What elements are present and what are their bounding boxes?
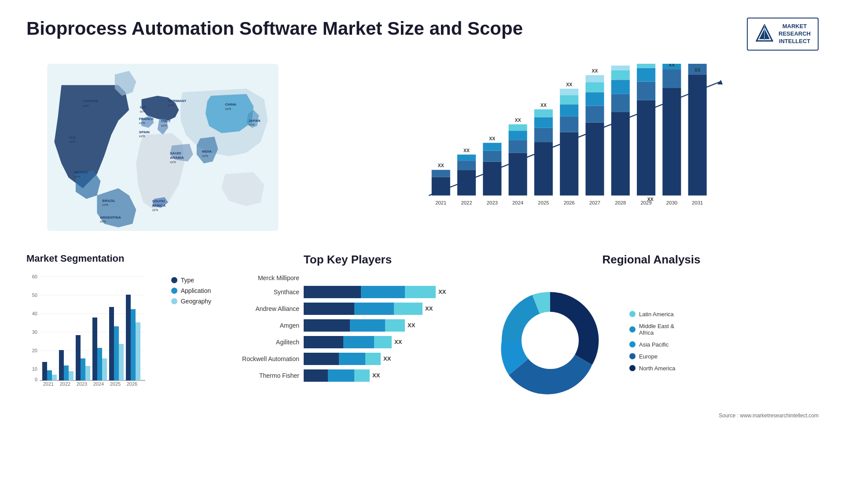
top-row: CANADA xx% U.S. xx% MEXICO xx% BRAZIL xx…: [26, 64, 819, 231]
svg-rect-85: [637, 100, 655, 195]
player-bar: [304, 336, 392, 348]
svg-text:BRAZIL: BRAZIL: [103, 198, 116, 202]
logo-text: MARKET RESEARCH INTELLECT: [779, 23, 811, 45]
svg-text:XX: XX: [438, 162, 444, 168]
svg-rect-79: [611, 94, 630, 111]
player-bar-container: XX: [304, 353, 467, 365]
player-name: Thermo Fisher: [229, 372, 299, 379]
svg-text:2025: 2025: [538, 200, 549, 205]
bar-seg3: [365, 353, 381, 365]
svg-rect-119: [69, 371, 73, 380]
svg-rect-114: [42, 362, 47, 380]
svg-rect-52: [509, 153, 527, 195]
svg-rect-123: [92, 318, 97, 380]
logo: MARKET RESEARCH INTELLECT: [747, 18, 819, 51]
svg-text:xx%: xx%: [152, 208, 158, 212]
svg-rect-64: [560, 132, 578, 195]
svg-rect-60: [534, 117, 553, 128]
players-list: Merck Millipore Synthace XX Andre: [229, 274, 467, 382]
svg-text:XX: XX: [647, 196, 654, 201]
segmentation-title: Market Segmentation: [26, 253, 211, 264]
svg-text:2026: 2026: [564, 200, 575, 205]
svg-text:20: 20: [32, 348, 37, 353]
source-text: Source : www.marketresearchintellect.com: [484, 413, 819, 419]
svg-text:JAPAN: JAPAN: [249, 118, 261, 122]
bar-seg3: [385, 319, 405, 332]
legend-application-dot: [171, 288, 177, 294]
legend-application-label: Application: [181, 287, 211, 294]
regional-title: Regional Analysis: [484, 253, 819, 267]
player-value: XX: [408, 322, 415, 329]
legend-type-label: Type: [181, 277, 194, 284]
map-container: CANADA xx% U.S. xx% MEXICO xx% BRAZIL xx…: [26, 64, 299, 231]
svg-rect-121: [81, 358, 85, 380]
svg-text:xx%: xx%: [168, 103, 174, 107]
logo-icon: [755, 24, 774, 44]
growth-chart-section: 2021 XX 2022 XX 2023 XX 2024: [317, 64, 819, 231]
svg-text:xx%: xx%: [83, 104, 89, 108]
svg-rect-39: [432, 170, 450, 177]
svg-text:SAUDI: SAUDI: [170, 151, 181, 155]
player-bar-container: XX: [304, 303, 467, 315]
svg-text:2023: 2023: [487, 200, 498, 205]
svg-text:XX: XX: [489, 136, 495, 141]
player-value: XX: [394, 339, 402, 345]
svg-rect-88: [637, 64, 655, 68]
regional-legend: Latin America Middle East &Africa Asia P…: [629, 311, 675, 372]
svg-text:xx%: xx%: [161, 124, 167, 128]
svg-rect-55: [509, 124, 527, 131]
svg-text:2021: 2021: [435, 200, 446, 205]
svg-text:2022: 2022: [60, 381, 70, 387]
svg-rect-125: [102, 358, 107, 380]
bar-seg2: [339, 353, 365, 365]
bar-seg1: [304, 369, 328, 382]
player-row: Thermo Fisher XX: [229, 369, 467, 382]
svg-rect-73: [585, 92, 604, 106]
key-players-section: Top Key Players Merck Millipore Synthace…: [229, 253, 467, 419]
svg-text:XX: XX: [515, 117, 521, 123]
svg-text:2023: 2023: [77, 381, 87, 387]
player-name: Amgen: [229, 322, 299, 329]
donut-container: Latin America Middle East &Africa Asia P…: [484, 274, 819, 408]
player-name: Rockwell Automation: [229, 355, 299, 362]
svg-text:2030: 2030: [666, 200, 677, 205]
bar-seg3: [405, 286, 436, 298]
player-bar-container: XX: [304, 319, 467, 332]
legend-north-america-dot: [629, 365, 636, 371]
regional-section: Regional Analysis: [484, 253, 819, 419]
legend-asia: Asia Pacific: [629, 341, 675, 348]
growth-bar-chart: 2021 XX 2022 XX 2023 XX 2024: [317, 64, 819, 231]
svg-text:2022: 2022: [461, 200, 472, 205]
bar-seg1: [304, 303, 354, 315]
svg-rect-74: [585, 82, 604, 92]
player-row: Rockwell Automation XX: [229, 353, 467, 365]
svg-text:AFRICA: AFRICA: [152, 204, 166, 208]
svg-text:xx%: xx%: [225, 107, 231, 111]
svg-rect-38: [432, 177, 450, 195]
legend-application: Application: [171, 287, 211, 294]
svg-text:xx%: xx%: [139, 134, 145, 138]
svg-rect-120: [76, 335, 81, 380]
svg-text:U.K.: U.K.: [140, 105, 147, 109]
donut-svg: [484, 274, 616, 406]
svg-text:xx%: xx%: [139, 121, 145, 125]
svg-rect-78: [611, 112, 630, 195]
svg-rect-116: [52, 375, 57, 380]
player-bar-container: XX: [304, 369, 467, 382]
svg-rect-86: [637, 81, 655, 100]
bottom-row: Market Segmentation 60 50 40 30 20 10 0: [26, 253, 819, 419]
donut-chart: [484, 274, 616, 408]
player-row: Merck Millipore: [229, 274, 467, 281]
svg-text:2024: 2024: [93, 381, 104, 387]
svg-rect-67: [560, 95, 578, 104]
svg-text:2024: 2024: [512, 200, 523, 205]
page-title: Bioprocess Automation Software Market Si…: [26, 18, 523, 40]
legend-mea-label: Middle East &Africa: [639, 323, 674, 336]
svg-rect-44: [457, 154, 476, 161]
svg-text:0: 0: [35, 377, 37, 382]
player-row: Agilitech XX: [229, 336, 467, 348]
svg-text:XX: XX: [694, 67, 701, 72]
bar-seg3: [394, 303, 422, 315]
bar-seg2: [343, 336, 374, 348]
svg-text:XX: XX: [592, 68, 598, 73]
